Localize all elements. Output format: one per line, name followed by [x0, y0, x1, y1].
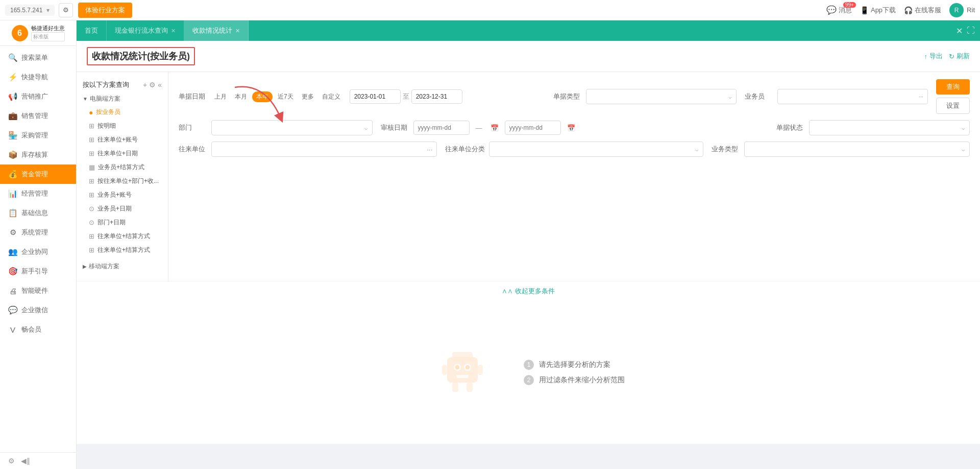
staff-payment-icon: ▦ [89, 163, 95, 171]
avatar: R [949, 3, 964, 17]
date-opt-last-month[interactable]: 上月 [211, 91, 230, 102]
date-opt-this-month[interactable]: 本月 [232, 91, 250, 102]
scheme-item-staff-account[interactable]: ⊞ 业务员+账号 [77, 188, 168, 202]
scheme-actions: + ⚙ « [143, 81, 162, 89]
page-title: 收款情况统计(按业务员) [87, 47, 195, 65]
sidebar-item-enterprise[interactable]: 👥 企业协同 [0, 242, 76, 262]
message-area[interactable]: 💬 消息 99+ [826, 5, 852, 15]
search-icon: 🔍 [8, 53, 17, 62]
date-range: 至 [350, 89, 462, 104]
export-button[interactable]: ↑ 导出 [924, 52, 943, 61]
address-dropdown[interactable]: ▾ [46, 7, 50, 14]
filter-panel: 按以下方案查询 + ⚙ « ▼ 电脑端方案 [77, 72, 980, 281]
scheme-collapse-btn[interactable]: « [158, 81, 162, 89]
dept-date-icon: ⊙ [89, 219, 94, 226]
scheme-item-partner-settlement2[interactable]: ⊞ 往来单位+结算方式 [77, 243, 168, 257]
partner-select[interactable]: ··· [211, 142, 437, 157]
tab-close-btn[interactable]: ✕ [956, 26, 963, 36]
scheme-item-partner-date[interactable]: ⊞ 往来单位+日期 [77, 147, 168, 160]
enterprise-icon: 👥 [8, 247, 17, 256]
sidebar-item-inventory[interactable]: 📦 库存核算 [0, 145, 76, 165]
date-opt-more[interactable]: 更多 [299, 91, 317, 102]
partner-category-select[interactable]: ⌵ [489, 142, 703, 157]
sidebar-nav: 🔍 搜索菜单 ⚡ 快捷导航 📢 营销推广 💼 销售管理 🏪 采购管理 📦 [0, 46, 76, 452]
mobile-toggle-icon: ▶ [83, 264, 87, 269]
date-start-input[interactable] [350, 89, 401, 104]
app-download[interactable]: 📱 App下载 [860, 6, 896, 15]
review-date-start[interactable] [413, 121, 470, 135]
date-opt-this-year[interactable]: 本年 [252, 91, 273, 102]
sidebar-item-operations[interactable]: 📊 经营管理 [0, 184, 76, 203]
sidebar-item-quicknav[interactable]: ⚡ 快捷导航 [0, 67, 76, 87]
tab-cash-flow[interactable]: 现金银行流水查询 ✕ [107, 20, 184, 41]
bill-type-select[interactable]: ⌵ [586, 89, 737, 104]
scheme-settings-btn[interactable]: ⚙ [149, 81, 156, 89]
scheme-group-desktop-title[interactable]: ▼ 电脑端方案 [77, 92, 168, 105]
sidebar-settings-btn[interactable]: ⚙ [8, 457, 15, 465]
tab-collection[interactable]: 收款情况统计 ✕ [184, 20, 249, 41]
sidebar-item-search[interactable]: 🔍 搜索菜单 [0, 48, 76, 67]
scheme-item-staff-date[interactable]: ⊙ 业务员+日期 [77, 202, 168, 216]
address-text: 165.5.7.241 [10, 7, 42, 14]
partner-account-icon: ⊞ [89, 136, 94, 144]
empty-tips: 1 请先选择要分析的方案 2 用过滤条件来缩小分析范围 [524, 360, 625, 385]
page-header: 收款情况统计(按业务员) ↑ 导出 ↻ 刷新 [77, 41, 980, 72]
user-avatar[interactable]: R Rit [949, 3, 975, 17]
partner-category-label: 往来单位分类 [445, 145, 485, 154]
sidebar-item-basic-info[interactable]: 📋 基础信息 [0, 203, 76, 223]
review-cal-icon2[interactable]: 📅 [567, 124, 575, 132]
review-date-end[interactable] [505, 121, 561, 135]
refresh-button[interactable]: ↻ 刷新 [949, 52, 970, 61]
date-end-input[interactable] [411, 89, 462, 104]
staff-account-icon: ⊞ [89, 191, 94, 199]
settings-button-filter[interactable]: 设置 [936, 98, 970, 114]
scheme-item-partner-account[interactable]: ⊞ 往来单位+账号 [77, 133, 168, 147]
date-opt-custom[interactable]: 自定义 [319, 91, 344, 102]
scheme-item-by-staff[interactable]: ● 按业务员 [77, 105, 168, 119]
sidebar-footer: ⚙ ◀‖ [0, 452, 76, 469]
svg-rect-10 [467, 383, 473, 392]
sidebar-item-system[interactable]: ⚙ 系统管理 [0, 223, 76, 242]
sidebar-item-finance[interactable]: 💰 资金管理 [0, 165, 76, 184]
sidebar-item-guide[interactable]: 🎯 新手引导 [0, 262, 76, 281]
scheme-add-btn[interactable]: + [143, 81, 147, 89]
staff-select[interactable]: ··· [777, 89, 928, 104]
collapse-more-btn[interactable]: ∧∧ 收起更多条件 [77, 282, 980, 301]
tab-maximize-btn[interactable]: ⛶ [967, 26, 975, 35]
scheme-item-partner-settlement1[interactable]: ⊞ 往来单位+结算方式 [77, 229, 168, 243]
staff-label: 业务员 [745, 92, 773, 101]
sidebar-item-member[interactable]: V 畅会员 [0, 320, 76, 339]
logo-text: 畅捷通好生意 [31, 25, 65, 32]
scheme-item-partner-dept[interactable]: ⊞ 按往来单位+部门+收... [77, 174, 168, 188]
scheme-group-desktop: ▼ 电脑端方案 ● 按业务员 ⊞ 按明细 [77, 92, 168, 260]
dept-select[interactable]: ⌵ [211, 120, 373, 135]
active-scheme-icon: ● [89, 108, 93, 116]
tab-close-cash-flow[interactable]: ✕ [171, 28, 176, 34]
date-opt-7days[interactable]: 近7天 [275, 91, 297, 102]
sidebar-item-purchase[interactable]: 🏪 采购管理 [0, 126, 76, 145]
partner-ellipsis: ··· [427, 146, 432, 153]
sidebar-collapse-btn[interactable]: ◀‖ [21, 457, 30, 465]
scheme-group-mobile-title[interactable]: ▶ 移动端方案 [77, 260, 168, 273]
scheme-item-dept-date[interactable]: ⊙ 部门+日期 [77, 216, 168, 229]
svg-point-4 [455, 365, 459, 369]
trial-button[interactable]: 体验行业方案 [78, 3, 132, 18]
sidebar-item-marketing[interactable]: 📢 营销推广 [0, 87, 76, 106]
settings-button[interactable]: ⚙ [59, 3, 73, 17]
tab-home[interactable]: 首页 [77, 20, 107, 41]
scheme-item-staff-payment[interactable]: ▦ 业务员+结算方式 [77, 160, 168, 174]
review-cal-icon1[interactable]: 📅 [491, 124, 499, 132]
bill-status-select[interactable]: ⌵ [809, 120, 970, 135]
toggle-icon: ▼ [83, 96, 88, 102]
tab-close-collection[interactable]: ✕ [235, 28, 240, 34]
query-button[interactable]: 查询 [936, 79, 970, 95]
sidebar-item-wechat[interactable]: 💬 企业微信 [0, 300, 76, 320]
sidebar-item-hardware[interactable]: 🖨 智能硬件 [0, 281, 76, 300]
sidebar-item-sales[interactable]: 💼 销售管理 [0, 106, 76, 126]
online-service[interactable]: 🎧 在线客服 [904, 6, 941, 15]
empty-tip-1: 1 请先选择要分析的方案 [524, 360, 625, 370]
scheme-item-detail[interactable]: ⊞ 按明细 [77, 119, 168, 133]
biz-type-select[interactable]: ⌵ [744, 142, 970, 157]
purchase-icon: 🏪 [8, 131, 17, 140]
biz-type-arrow: ⌵ [962, 146, 965, 153]
